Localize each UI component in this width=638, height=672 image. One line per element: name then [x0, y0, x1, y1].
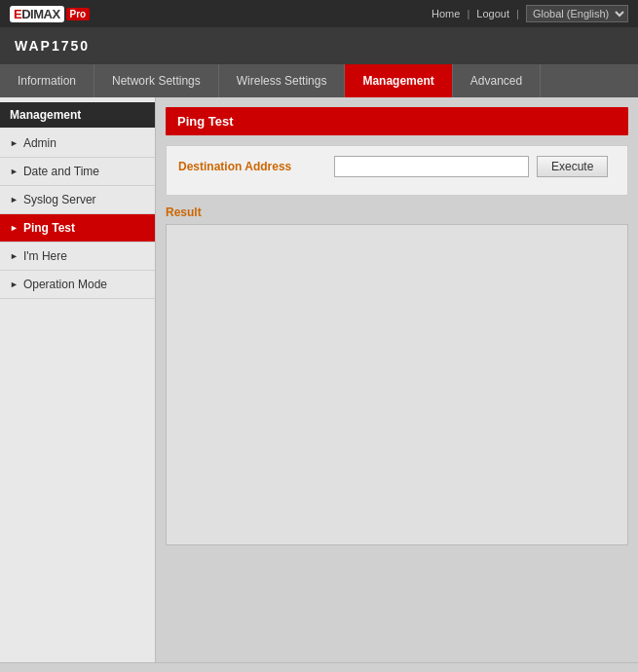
arrow-icon: ► — [10, 138, 19, 148]
result-label: Result — [166, 205, 628, 219]
sidebar-item-date-and-time[interactable]: ► Date and Time — [0, 158, 155, 186]
execute-button[interactable]: Execute — [537, 156, 608, 177]
edimax-logo: EDIMAX — [10, 6, 64, 22]
language-select[interactable]: Global (English) — [526, 5, 628, 22]
content-wrapper: Management ► Admin ► Date and Time ► Sys… — [0, 97, 638, 662]
sidebar-item-operation-mode[interactable]: ► Operation Mode — [0, 271, 155, 299]
nav-advanced[interactable]: Advanced — [453, 64, 541, 97]
arrow-icon: ► — [10, 223, 19, 233]
destination-row: Destination Address Execute — [178, 156, 616, 177]
home-link[interactable]: Home — [432, 8, 460, 19]
pro-badge: Pro — [66, 8, 91, 20]
footer: Copyright 2014 © EDIMAX Technology Co., … — [0, 662, 638, 672]
sidebar-item-syslog-server[interactable]: ► Syslog Server — [0, 186, 155, 214]
sidebar-label-date-and-time: Date and Time — [23, 165, 99, 178]
top-links: Home | Logout | Global (English) — [432, 5, 628, 22]
destination-input[interactable] — [334, 156, 529, 177]
result-section: Result — [166, 205, 628, 545]
page-title: Ping Test — [166, 107, 628, 135]
separator1: | — [467, 8, 469, 19]
sidebar-item-admin[interactable]: ► Admin — [0, 130, 155, 158]
nav-network-settings[interactable]: Network Settings — [94, 64, 219, 97]
logo-area: EDIMAX Pro — [10, 6, 90, 22]
sidebar-label-syslog-server: Syslog Server — [23, 193, 96, 206]
device-model: WAP1750 — [15, 38, 90, 54]
model-bar: WAP1750 — [0, 27, 638, 64]
sidebar-label-operation-mode: Operation Mode — [23, 278, 107, 291]
arrow-icon: ► — [10, 167, 19, 176]
separator2: | — [516, 8, 519, 19]
sidebar-label-admin: Admin — [23, 136, 56, 150]
sidebar-item-ping-test[interactable]: ► Ping Test — [0, 214, 155, 243]
logout-link[interactable]: Logout — [476, 8, 509, 19]
top-bar: EDIMAX Pro Home | Logout | Global (Engli… — [0, 0, 638, 27]
destination-label: Destination Address — [178, 160, 334, 173]
sidebar-label-im-here: I'm Here — [23, 249, 67, 263]
arrow-icon: ► — [10, 251, 19, 261]
nav-information[interactable]: Information — [0, 64, 94, 97]
nav-management[interactable]: Management — [345, 64, 452, 97]
result-box — [166, 224, 628, 545]
sidebar-header: Management — [0, 102, 155, 128]
sidebar-item-im-here[interactable]: ► I'm Here — [0, 243, 155, 271]
arrow-icon: ► — [10, 195, 19, 205]
nav-wireless-settings[interactable]: Wireless Settings — [219, 64, 346, 97]
sidebar-label-ping-test: Ping Test — [23, 221, 75, 235]
ping-form-section: Destination Address Execute — [166, 145, 628, 196]
sidebar: Management ► Admin ► Date and Time ► Sys… — [0, 97, 156, 662]
main-content: Ping Test Destination Address Execute Re… — [156, 97, 638, 662]
arrow-icon: ► — [10, 280, 19, 289]
nav-bar: Information Network Settings Wireless Se… — [0, 64, 638, 97]
